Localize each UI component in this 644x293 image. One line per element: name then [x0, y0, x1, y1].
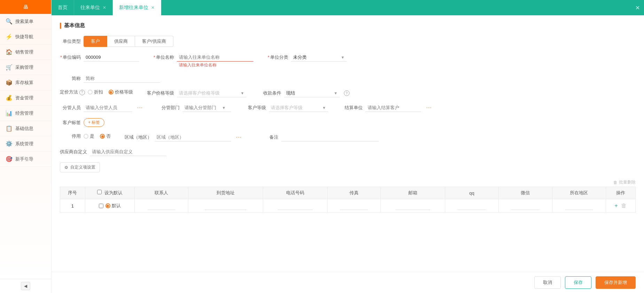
sidebar-item-purchase[interactable]: 🛒 采购管理 [0, 60, 51, 75]
quick-nav-icon: ⚡ [6, 33, 13, 40]
tab-partner-label: 往来单位 [80, 5, 100, 11]
supplier-custom-field: 供应商自定义 [60, 148, 166, 156]
save-and-new-button[interactable]: 保存并新增 [596, 276, 636, 289]
unit-code-input[interactable] [84, 53, 139, 62]
customer-level-select[interactable]: 请选择客户等级 [269, 104, 328, 112]
qq-input[interactable] [458, 202, 486, 210]
sidebar-item-operation[interactable]: 📊 经营管理 [0, 106, 51, 121]
pricing-field: 定价方法 ? 折扣 价格等级 [60, 89, 133, 95]
sidebar-item-sales[interactable]: 🏠 销售管理 [0, 44, 51, 60]
address-input[interactable] [205, 202, 246, 210]
col-default: 设为默认 [85, 187, 135, 199]
batch-delete-label[interactable]: 批量删除 [619, 179, 636, 185]
abbr-row: 简称 [60, 74, 636, 83]
level-radio-circle [109, 90, 113, 95]
col-contact: 联系人 [135, 187, 188, 199]
abbr-field: 简称 [60, 74, 160, 83]
tab-partner-close[interactable]: ✕ [103, 5, 106, 10]
type-btn-supplier[interactable]: 供应商 [107, 36, 135, 47]
sidebar-item-quick-nav[interactable]: ⚡ 快捷导航 [0, 29, 51, 44]
payment-help-icon[interactable]: ? [344, 90, 350, 96]
disable-label: 停用 [60, 133, 81, 139]
sidebar-item-finance[interactable]: 💰 资金管理 [0, 90, 51, 106]
batch-delete-area: 🗑 批量删除 [60, 179, 636, 185]
settlement-more-btn[interactable]: ··· [424, 104, 434, 112]
payment-field: 收款条件 现结 ▼ ? [260, 89, 350, 97]
manager-row: 分管人员 ··· 分管部门 ▼ 客户等级 请选择客户等级 ▼ [60, 104, 636, 112]
manager-field: 分管人员 ··· [60, 104, 145, 112]
sidebar-item-system[interactable]: ⚙️ 系统管理 [0, 136, 51, 152]
default-radio[interactable]: 默认 [105, 203, 121, 209]
tag-add-btn[interactable]: + 标签 [84, 118, 104, 127]
manager-more-btn[interactable]: ··· [135, 104, 145, 112]
payment-select-wrapper: 现结 ▼ [284, 89, 340, 97]
tab-bar: 首页 往来单位 ✕ 新增往来单位 ✕ ✕ [52, 0, 644, 15]
fax-input[interactable] [340, 202, 368, 210]
section-title: 基本信息 [64, 22, 85, 29]
unit-code-label: *单位编码 [60, 54, 81, 60]
cell-wechat [498, 199, 552, 213]
select-all-checkbox[interactable] [97, 190, 102, 194]
abbr-input[interactable] [84, 74, 160, 83]
dept-field: 分管部门 ▼ [159, 104, 231, 112]
close-all-tabs-btn[interactable]: ✕ [635, 5, 640, 11]
disable-radio-no[interactable]: 否 [100, 133, 111, 139]
sidebar-item-guide[interactable]: 🎯 新手引导 [0, 152, 51, 167]
col-qq: qq [445, 187, 498, 199]
phone-input[interactable] [278, 202, 313, 210]
sidebar-logo: 品 [0, 0, 51, 14]
tab-home[interactable]: 首页 [52, 0, 74, 15]
email-input[interactable] [395, 202, 430, 210]
contact-input[interactable] [148, 202, 175, 210]
gear-icon: ⚙ [64, 165, 68, 170]
manager-input[interactable] [84, 104, 132, 112]
type-btn-customer[interactable]: 客户 [84, 36, 107, 47]
tab-new-partner[interactable]: 新增往来单位 ✕ [113, 0, 161, 15]
finance-icon: 💰 [6, 95, 13, 101]
custom-settings-btn[interactable]: ⚙ 自定义项设置 [60, 162, 100, 172]
pricing-radio-level[interactable]: 价格等级 [109, 89, 133, 95]
delete-row-btn[interactable]: 🗑 [621, 203, 627, 209]
region-row-input[interactable] [565, 202, 593, 210]
type-btn-both[interactable]: 客户/供应商 [135, 36, 173, 47]
sidebar-item-label: 经营管理 [15, 110, 33, 116]
settlement-input[interactable] [366, 104, 421, 112]
unit-name-input[interactable] [177, 53, 253, 62]
region-input[interactable] [155, 133, 231, 141]
unit-category-select[interactable]: 未分类 [291, 53, 347, 62]
disable-radio-yes[interactable]: 是 [84, 133, 94, 139]
save-button[interactable]: 保存 [565, 276, 591, 289]
footer: 取消 保存 保存并新增 [52, 272, 644, 293]
remark-input[interactable] [281, 133, 379, 141]
wechat-input[interactable] [511, 202, 539, 210]
sidebar-item-inventory[interactable]: 📦 库存核算 [0, 75, 51, 90]
sidebar-item-label: 销售管理 [15, 49, 33, 55]
region-more-btn[interactable]: ··· [234, 133, 244, 141]
price-level-select[interactable]: 请选择客户价格等级 [177, 89, 246, 97]
region-field: 区域（地区） ··· [125, 133, 244, 141]
manager-label: 分管人员 [60, 105, 81, 111]
custom-settings-wrapper: ⚙ 自定义项设置 [60, 162, 636, 177]
sidebar-item-basic[interactable]: 📋 基础信息 [0, 121, 51, 136]
tags-field: 客户标签 + 标签 [60, 118, 104, 127]
sidebar-item-search[interactable]: 🔍 搜索菜单 [0, 14, 51, 29]
default-radio-circle [105, 203, 110, 208]
unit-name-label: *单位名称 [153, 54, 174, 60]
tags-row: 客户标签 + 标签 [60, 118, 636, 127]
pricing-radio-group: 折扣 价格等级 [88, 89, 133, 95]
row-checkbox[interactable] [99, 204, 103, 208]
tab-partner[interactable]: 往来单位 ✕ [74, 0, 113, 15]
sidebar-collapse-btn[interactable]: ◀ [21, 282, 30, 290]
add-row-btn[interactable]: + [614, 203, 618, 209]
cancel-button[interactable]: 取消 [534, 276, 561, 289]
pricing-help-icon[interactable]: ? [79, 90, 85, 95]
payment-select[interactable]: 现结 [284, 89, 340, 97]
supplier-custom-input[interactable] [90, 148, 166, 156]
settlement-field: 结算单位 ··· [342, 104, 434, 112]
system-icon: ⚙️ [6, 140, 13, 147]
unit-type-row: 单位类型 客户 供应商 客户/供应商 [60, 36, 636, 47]
dept-input[interactable] [182, 104, 231, 112]
disable-radio-group: 是 否 [84, 133, 111, 139]
pricing-radio-discount[interactable]: 折扣 [88, 89, 103, 95]
tab-new-partner-close[interactable]: ✕ [151, 5, 155, 10]
